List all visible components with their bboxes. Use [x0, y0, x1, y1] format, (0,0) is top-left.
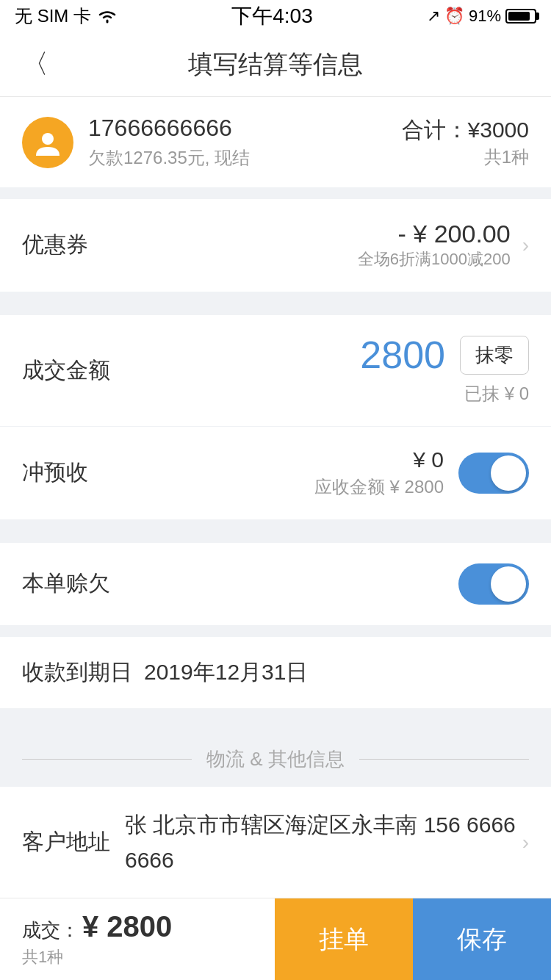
page-title: 填写结算等信息 — [188, 48, 363, 82]
main-content: 17666666666 欠款1276.35元, 现结 合计：¥3000 共1种 … — [0, 97, 551, 980]
status-left: 无 SIM 卡 — [15, 4, 118, 28]
transaction-section: 成交金额 2800 抹零 已抹 ¥ 0 冲预收 ¥ 0 应收金额 ¥ 2800 — [0, 315, 551, 519]
customer-row: 17666666666 欠款1276.35元, 现结 合计：¥3000 共1种 — [0, 97, 551, 187]
back-button[interactable]: 〈 — [15, 39, 56, 90]
transaction-row: 成交金额 2800 抹零 已抹 ¥ 0 — [0, 315, 551, 427]
status-bar: 无 SIM 卡 下午4:03 ↗ ⏰ 91% — [0, 0, 551, 32]
transaction-value-right: 2800 抹零 — [360, 336, 529, 375]
customer-debt: 欠款1276.35元, 现结 — [88, 146, 250, 170]
transaction-amount: 2800 — [360, 336, 445, 374]
transaction-label: 成交金额 — [22, 356, 110, 386]
coupon-discount: - ¥ 200.00 — [358, 220, 511, 248]
battery-icon — [505, 9, 536, 24]
alarm-icon: ⏰ — [444, 7, 464, 26]
prepay-label: 冲预收 — [22, 458, 88, 488]
logistics-line-left — [22, 759, 192, 760]
coupon-row[interactable]: 优惠券 - ¥ 200.00 全场6折满1000减200 › — [0, 199, 551, 292]
section-divider-3 — [0, 720, 551, 732]
address-label: 客户地址 — [22, 827, 110, 857]
logistics-header: 物流 & 其他信息 — [0, 732, 551, 787]
logistics-label: 物流 & 其他信息 — [206, 746, 345, 772]
hold-button[interactable]: 挂单 — [275, 898, 413, 981]
nav-bar: 〈 填写结算等信息 — [0, 32, 551, 97]
prepay-right: ¥ 0 应收金额 ¥ 2800 — [314, 447, 444, 499]
address-row[interactable]: 客户地址 张 北京市市辖区海淀区永丰南 156 6666 6666 › — [0, 787, 551, 898]
amount-sub: 已抹 ¥ 0 — [464, 382, 529, 406]
customer-info: 17666666666 欠款1276.35元, 现结 — [88, 115, 250, 170]
coupon-desc: 全场6折满1000减200 — [358, 248, 511, 271]
total-amount: 合计：¥3000 — [402, 115, 529, 145]
avatar — [22, 117, 73, 168]
due-date-value: 2019年12月31日 — [144, 657, 308, 688]
prepay-toggle[interactable] — [458, 453, 529, 494]
credit-row: 本单赊欠 — [0, 543, 551, 625]
coupon-right: - ¥ 200.00 全场6折满1000减200 › — [358, 220, 529, 271]
prepay-desc: 应收金额 ¥ 2800 — [314, 475, 444, 499]
prepay-row: 冲预收 ¥ 0 应收金额 ¥ 2800 — [0, 427, 551, 519]
coupon-label: 优惠券 — [22, 230, 88, 260]
status-right: ↗ ⏰ 91% — [427, 7, 536, 26]
bottom-amount: ¥ 2800 — [82, 910, 172, 943]
bottom-label: 成交： — [22, 918, 79, 943]
customer-total: 合计：¥3000 共1种 — [402, 115, 529, 169]
bottom-summary: 成交： ¥ 2800 共1种 — [0, 910, 275, 968]
credit-toggle[interactable] — [458, 563, 529, 605]
due-date-label: 收款到期日 — [22, 657, 132, 688]
credit-section: 本单赊欠 — [0, 543, 551, 625]
address-chevron-icon: › — [522, 831, 529, 854]
logistics-line-right — [359, 759, 529, 760]
section-divider-1 — [0, 303, 551, 315]
address-value: 张 北京市市辖区海淀区永丰南 156 6666 6666 — [125, 807, 518, 878]
bottom-count: 共1种 — [22, 946, 253, 968]
wifi-icon — [97, 9, 118, 24]
customer-left: 17666666666 欠款1276.35元, 现结 — [22, 115, 250, 170]
section-divider-2 — [0, 531, 551, 543]
sim-status: 无 SIM 卡 — [15, 4, 91, 28]
svg-point-0 — [42, 133, 54, 145]
status-time: 下午4:03 — [231, 2, 313, 30]
due-date-row: 收款到期日 2019年12月31日 — [0, 637, 551, 708]
customer-phone: 17666666666 — [88, 115, 250, 142]
battery-percent: 91% — [469, 7, 501, 26]
credit-label: 本单赊欠 — [22, 569, 110, 599]
location-icon: ↗ — [427, 7, 440, 26]
bottom-bar: 成交： ¥ 2800 共1种 挂单 保存 — [0, 898, 551, 980]
prepay-amount: ¥ 0 — [413, 447, 444, 472]
total-count: 共1种 — [402, 145, 529, 169]
round-button[interactable]: 抹零 — [460, 336, 529, 375]
chevron-right-icon: › — [522, 234, 529, 257]
save-button[interactable]: 保存 — [413, 898, 551, 981]
